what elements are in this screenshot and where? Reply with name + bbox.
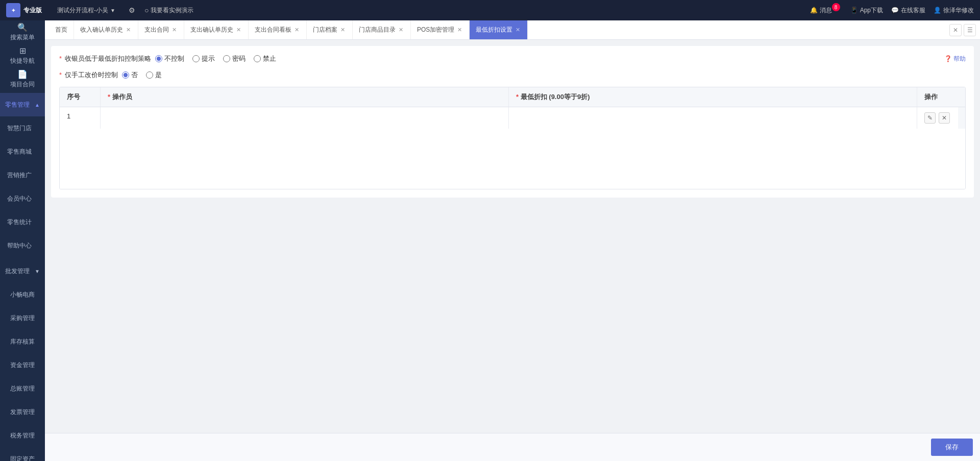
sidebar-item-ecommerce[interactable]: 小畅电商 <box>0 283 45 306</box>
tab-pos-encrypt[interactable]: POS加密管理 ✕ <box>411 20 470 40</box>
sidebar-item-help[interactable]: 帮助中心 <box>0 234 45 257</box>
sidebar-item-member[interactable]: 会员中心 <box>0 187 45 210</box>
demo-link[interactable]: ○ 我要看实例演示 <box>144 6 193 15</box>
project-selector[interactable]: 测试分开流程-小吴 ▼ <box>53 4 119 17</box>
tab-expense-history[interactable]: 支出确认单历史 ✕ <box>184 20 249 40</box>
edit-row-button[interactable]: ✎ <box>924 112 936 124</box>
main-layout: 🔍 搜索菜单 ⊞ 快捷导航 📄 项目合同 零售管理 ▲ 智慧门店 零售商城 营销… <box>0 20 980 461</box>
sidebar-item-search[interactable]: 🔍 搜索菜单 <box>0 20 45 44</box>
option-password[interactable]: 密码 <box>223 54 246 63</box>
tab-bar: 首页 收入确认单历史 ✕ 支出合同 ✕ 支出确认单历史 ✕ 支出合同看板 ✕ 门… <box>45 20 980 40</box>
option-hint-label: 提示 <box>202 54 215 63</box>
messages-button[interactable]: 🔔 消息 8 <box>810 6 842 15</box>
tab-income-history[interactable]: 收入确认单历史 ✕ <box>74 20 138 40</box>
sidebar-item-inventory[interactable]: 库存核算 <box>0 330 45 353</box>
option-no-control[interactable]: 不控制 <box>155 54 184 63</box>
tab-expense-history-close[interactable]: ✕ <box>235 26 242 34</box>
radio-no-control[interactable] <box>155 55 162 62</box>
tab-income-history-label: 收入确认单历史 <box>80 26 123 34</box>
bell-icon: 🔔 <box>810 7 818 14</box>
tab-min-discount[interactable]: 最低折扣设置 ✕ <box>470 20 528 40</box>
tab-home[interactable]: 首页 <box>49 20 74 40</box>
sidebar-item-invoice[interactable]: 发票管理 <box>0 400 45 424</box>
customer-service-button[interactable]: 💬 在线客服 <box>891 6 925 15</box>
option-no-control-label: 不控制 <box>164 54 184 63</box>
option-yes[interactable]: 是 <box>146 70 162 80</box>
tab-home-label: 首页 <box>55 26 67 34</box>
option-hint[interactable]: 提示 <box>192 54 215 63</box>
option-forbid-label: 禁止 <box>263 54 276 63</box>
customer-service-label: 在线客服 <box>901 6 925 15</box>
logo-icon: ✦ <box>6 3 20 17</box>
tab-close-all-button[interactable]: ✕ <box>949 24 962 36</box>
sidebar-label-wholesale: 批发管理 <box>5 267 30 276</box>
service-icon: 💬 <box>891 7 899 14</box>
sidebar-label-ecommerce: 小畅电商 <box>10 290 35 299</box>
sidebar-label-quicknav: 快捷导航 <box>10 57 35 65</box>
sidebar-label-retail-stats: 零售统计 <box>7 218 32 227</box>
grid-icon: ⊞ <box>19 46 26 56</box>
app-download-button[interactable]: 📱 App下载 <box>850 6 883 15</box>
radio-no[interactable] <box>122 71 129 79</box>
row-scroll <box>958 107 965 129</box>
help-button[interactable]: ❓ 帮助 <box>944 55 966 63</box>
sidebar-item-wholesale[interactable]: 批发管理 ▼ <box>0 259 45 283</box>
tab-store-archive[interactable]: 门店档案 ✕ <box>307 20 353 40</box>
sidebar-label-invoice: 发票管理 <box>10 408 35 417</box>
sidebar-item-tax[interactable]: 税务管理 <box>0 424 45 447</box>
option-forbid[interactable]: 禁止 <box>254 54 276 63</box>
tab-min-discount-close[interactable]: ✕ <box>514 26 521 34</box>
save-button[interactable]: 保存 <box>931 439 973 456</box>
option-yes-label: 是 <box>155 70 162 80</box>
tab-store-archive-label: 门店档案 <box>313 26 337 34</box>
col-scroll <box>958 87 965 107</box>
page-content: * 收银员低于最低折扣控制策略 不控制 提示 <box>45 40 980 433</box>
messages-badge: 8 <box>832 3 840 11</box>
form-row-discount-strategy: * 收银员低于最低折扣控制策略 不控制 提示 <box>59 54 966 63</box>
option-no[interactable]: 否 <box>122 70 138 80</box>
sidebar-item-contract[interactable]: 📄 项目合同 <box>0 67 45 91</box>
sidebar-item-ledger[interactable]: 总账管理 <box>0 377 45 400</box>
tab-store-archive-close[interactable]: ✕ <box>339 26 346 34</box>
col-header-operator: * 操作员 <box>101 87 509 107</box>
tab-pos-encrypt-close[interactable]: ✕ <box>456 26 463 34</box>
form-row-manual-control: * 仅手工改价时控制 否 是 <box>59 70 966 80</box>
sidebar-item-fixed-assets[interactable]: 固定资产 <box>0 447 45 461</box>
sidebar-item-quicknav[interactable]: ⊞ 快捷导航 <box>0 44 45 67</box>
user-name: 徐泽华修改 <box>943 6 974 15</box>
sidebar-item-finance[interactable]: 资金管理 <box>0 353 45 377</box>
sidebar-item-marketing[interactable]: 营销推广 <box>0 163 45 187</box>
user-menu[interactable]: 👤 徐泽华修改 <box>934 6 974 15</box>
delete-row-button[interactable]: ✕ <box>939 112 950 124</box>
sidebar-label-fixed-assets: 固定资产 <box>10 455 35 462</box>
tab-income-history-close[interactable]: ✕ <box>125 26 132 34</box>
tab-expense-board[interactable]: 支出合同看板 ✕ <box>249 20 307 40</box>
tab-store-products[interactable]: 门店商品目录 ✕ <box>353 20 411 40</box>
radio-password[interactable] <box>223 55 230 62</box>
sidebar-item-retail-stats[interactable]: 零售统计 <box>0 210 45 234</box>
settings-icon[interactable]: ⚙ <box>126 4 138 16</box>
discount-strategy-options: 不控制 提示 密码 禁止 <box>155 54 276 63</box>
demo-text: 我要看实例演示 <box>151 6 193 15</box>
tab-store-products-close[interactable]: ✕ <box>398 26 404 34</box>
sidebar-item-retail-management[interactable]: 零售管理 ▲ <box>0 93 45 116</box>
radio-hint[interactable] <box>192 55 200 62</box>
app-logo: ✦ 专业版 <box>6 3 47 17</box>
sidebar-item-smart-store[interactable]: 智慧门店 <box>0 116 45 140</box>
page-footer: 保存 <box>45 433 980 461</box>
table-header: 序号 * 操作员 * 最低折扣 (9.00等于9折) 操作 <box>60 87 965 107</box>
sidebar-item-retail-mall[interactable]: 零售商城 <box>0 140 45 163</box>
download-icon: 📱 <box>850 7 858 14</box>
sidebar-item-purchase[interactable]: 采购管理 <box>0 306 45 330</box>
topbar-right: 🔔 消息 8 📱 App下载 💬 在线客服 👤 徐泽华修改 <box>810 6 974 15</box>
tab-pos-encrypt-label: POS加密管理 <box>417 26 454 34</box>
tab-expense-board-close[interactable]: ✕ <box>293 26 300 34</box>
discount-strategy-label: * 收银员低于最低折扣控制策略 <box>59 54 151 63</box>
topbar: ✦ 专业版 测试分开流程-小吴 ▼ ⚙ ○ 我要看实例演示 🔔 消息 8 📱 A… <box>0 0 980 20</box>
radio-forbid[interactable] <box>254 55 261 62</box>
tab-expense-contract-label: 支出合同 <box>144 26 169 34</box>
radio-yes[interactable] <box>146 71 153 79</box>
tab-expense-contract-close[interactable]: ✕ <box>171 26 178 34</box>
tab-menu-button[interactable]: ☰ <box>964 24 976 36</box>
tab-expense-contract[interactable]: 支出合同 ✕ <box>138 20 184 40</box>
